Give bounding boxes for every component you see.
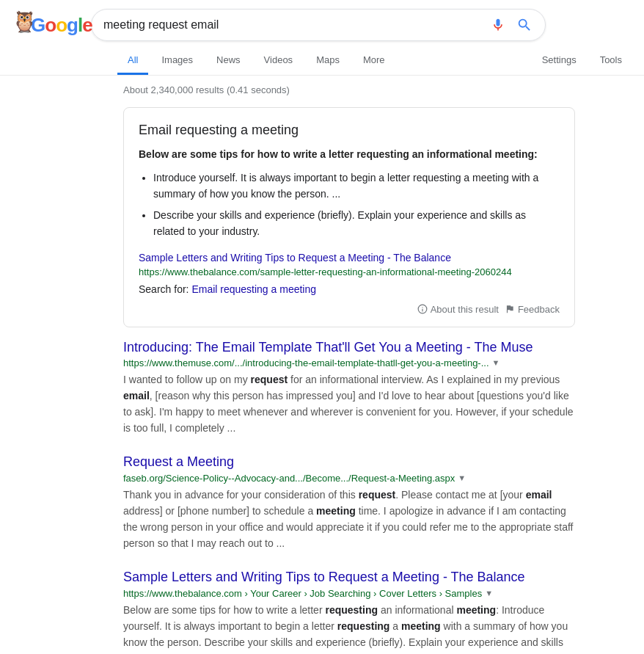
- tab-more[interactable]: More: [353, 47, 395, 75]
- nav-tabs: All Images News Videos Maps More Setting…: [0, 41, 644, 76]
- feedback-button[interactable]: Feedback: [505, 304, 560, 315]
- search-for-link[interactable]: Email requesting a meeting: [191, 283, 316, 295]
- result-1-dropdown-icon[interactable]: ▼: [492, 358, 500, 367]
- result-2-dropdown-icon[interactable]: ▼: [458, 473, 466, 482]
- result-2-desc: Thank you in advance for your considerat…: [123, 487, 575, 551]
- result-3-desc: Below are some tips for how to write a l…: [123, 602, 575, 654]
- search-result-3: Sample Letters and Writing Tips to Reque…: [123, 569, 575, 654]
- tab-maps[interactable]: Maps: [306, 47, 350, 75]
- tab-videos[interactable]: Videos: [254, 47, 304, 75]
- snippet-source-link[interactable]: Sample Letters and Writing Tips to Reque…: [139, 252, 560, 264]
- google-logo: 🦉 Google: [12, 12, 79, 38]
- tab-news[interactable]: News: [206, 47, 251, 75]
- result-1-desc: I wanted to follow up on my request for …: [123, 371, 575, 436]
- snippet-search-for: Search for: Email requesting a meeting: [139, 283, 560, 295]
- snippet-bold-intro: Below are some tips for how to write a l…: [139, 147, 560, 162]
- result-2-url-row: faseb.org/Science-Policy--Advocacy-and..…: [123, 473, 575, 484]
- info-icon: [417, 304, 428, 314]
- result-1-url: https://www.themuse.com/.../introducing-…: [123, 357, 489, 368]
- about-result-button[interactable]: About this result: [417, 304, 499, 315]
- featured-snippet: Email requesting a meeting Below are som…: [123, 107, 575, 327]
- tab-images[interactable]: Images: [151, 47, 203, 75]
- tab-settings[interactable]: Settings: [532, 47, 587, 75]
- result-3-url-row: https://www.thebalance.com › Your Career…: [123, 588, 575, 599]
- mic-icon: [491, 18, 505, 32]
- tab-tools[interactable]: Tools: [590, 47, 632, 75]
- snippet-footer: About this result Feedback: [139, 304, 560, 315]
- result-2-url: faseb.org/Science-Policy--Advocacy-and..…: [123, 473, 455, 484]
- result-1-url-row: https://www.themuse.com/.../introducing-…: [123, 357, 575, 368]
- logo-area: 🦉 Google: [12, 12, 79, 38]
- result-3-url: https://www.thebalance.com › Your Career…: [123, 588, 482, 599]
- results-count: About 2,340,000 results (0.41 seconds): [123, 84, 575, 95]
- result-3-title-link[interactable]: Sample Letters and Writing Tips to Reque…: [123, 569, 575, 586]
- nav-right: Settings Tools: [532, 47, 632, 75]
- snippet-list-item: Describe your skills and experience (bri…: [153, 207, 560, 240]
- search-button[interactable]: [516, 16, 533, 34]
- snippet-list: Introduce yourself. It is always importa…: [139, 170, 560, 240]
- search-icons: [489, 16, 533, 34]
- search-bar: meeting request email: [91, 9, 546, 41]
- search-input[interactable]: meeting request email: [103, 18, 482, 32]
- header: 🦉 Google meeting request email: [0, 0, 644, 41]
- result-1-title-link[interactable]: Introducing: The Email Template That'll …: [123, 339, 575, 356]
- voice-search-button[interactable]: [489, 16, 507, 34]
- search-result-1: Introducing: The Email Template That'll …: [123, 339, 575, 437]
- snippet-list-item: Introduce yourself. It is always importa…: [153, 170, 560, 203]
- flag-icon: [505, 304, 515, 314]
- search-icon: [516, 17, 533, 33]
- results-area: About 2,340,000 results (0.41 seconds) E…: [0, 76, 587, 654]
- tab-all[interactable]: All: [117, 47, 148, 75]
- result-3-dropdown-icon[interactable]: ▼: [485, 589, 493, 597]
- search-result-2: Request a Meeting faseb.org/Science-Poli…: [123, 454, 575, 551]
- snippet-url: https://www.thebalance.com/sample-letter…: [139, 266, 560, 277]
- result-2-title-link[interactable]: Request a Meeting: [123, 454, 575, 470]
- snippet-title: Email requesting a meeting: [139, 123, 560, 138]
